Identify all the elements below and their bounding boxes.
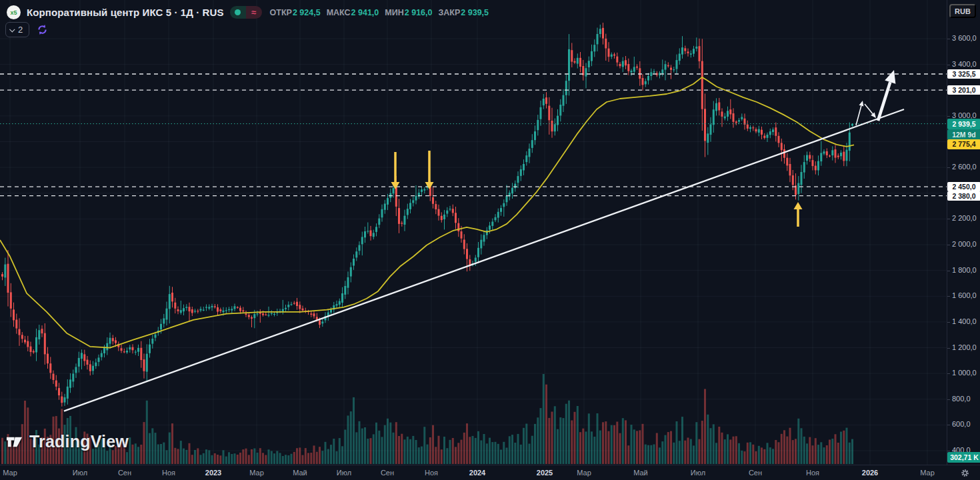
grid: [0, 0, 947, 465]
ohlc-values: ОТКР2 924,5МАКС2 941,0МИН2 916,0ЗАКР2 93…: [270, 8, 489, 17]
time-label-month: Мар: [577, 469, 591, 477]
indicator-count: 2: [18, 25, 23, 35]
ohlc-value: 2 941,0: [351, 8, 379, 17]
price-tick-mark: [947, 219, 950, 219]
horizontal-level-lines[interactable]: [0, 74, 947, 196]
level-price-badge: 2 380,0: [947, 191, 980, 201]
price-tick-label: 1 400,0: [952, 317, 977, 325]
symbol-legend: x5 Корпоративный центр ИКС 5 · 1Д · RUS …: [7, 5, 489, 19]
level-price-badge: 3 201,0: [947, 85, 980, 95]
time-label-month: Мар: [3, 469, 17, 477]
price-tick-mark: [947, 245, 950, 245]
price-tick-label: 1 200,0: [952, 343, 977, 351]
ohlc-value: 2 924,5: [293, 8, 321, 17]
trendline-drawing[interactable]: [64, 109, 904, 411]
price-tick-mark: [947, 271, 950, 271]
ohlc-value: 2 916,0: [405, 8, 433, 17]
price-chart[interactable]: [0, 0, 947, 465]
ohlc-label: ОТКР: [270, 8, 292, 17]
axis-settings-gear-icon[interactable]: [961, 468, 969, 480]
ohlc-value: 2 939,5: [461, 8, 489, 17]
time-label-month: Июл: [691, 469, 705, 477]
time-label-month: Июл: [73, 469, 87, 477]
ohlc-pair: МИН2 916,0: [385, 8, 432, 17]
approx-price-icon: ≈: [246, 6, 262, 19]
price-tick-label: 2 200,0: [952, 214, 977, 222]
market-status-toggle[interactable]: ≈: [230, 6, 262, 19]
ohlc-pair: МАКС2 941,0: [327, 8, 379, 17]
tradingview-logo-icon: [5, 432, 25, 451]
price-tick-label: 1 600,0: [952, 291, 977, 299]
price-tick-mark: [947, 167, 950, 168]
candles: [1, 23, 853, 407]
current-price-badge: 2 939,5: [947, 119, 980, 129]
time-axis[interactable]: МарИюлСенНоя2023МарМайИюлСенНоя20242025М…: [0, 465, 980, 480]
currency-button[interactable]: RUB: [949, 4, 976, 18]
market-open-dot-icon: [230, 6, 246, 19]
time-label-month: Мар: [249, 469, 264, 477]
ohlc-pair: ОТКР2 924,5: [270, 8, 321, 17]
level-price-badge: 2 450,0: [947, 182, 980, 191]
time-label-month: Ноя: [162, 469, 175, 477]
sync-drawings-button[interactable]: [37, 24, 48, 35]
price-tick-mark: [947, 451, 950, 451]
price-tick-label: 2 000,0: [952, 240, 977, 248]
time-label-year: 2025: [537, 469, 553, 477]
symbol-title[interactable]: Корпоративный центр ИКС 5 · 1Д · RUS: [27, 7, 224, 18]
time-label-month: Май: [633, 469, 648, 477]
tradingview-chart-window: x5 Корпоративный центр ИКС 5 · 1Д · RUS …: [0, 0, 980, 480]
price-tick-label: 3 600,0: [952, 34, 977, 42]
price-tick-label: 800,0: [952, 395, 971, 403]
price-tick-mark: [947, 65, 950, 65]
price-tick-label: 1 000,0: [952, 369, 977, 377]
time-label-month: Сен: [381, 469, 394, 477]
price-tick-mark: [947, 373, 950, 374]
price-tick-mark: [947, 116, 950, 117]
time-label-month: Сен: [118, 469, 131, 477]
moving-average-line[interactable]: [0, 77, 854, 348]
symbol-logo-text: x5: [10, 9, 17, 16]
ma-value-badge: 2 775,4: [947, 139, 980, 149]
price-tick-label: 2 600,0: [952, 163, 977, 171]
ohlc-label: ЗАКР: [438, 8, 460, 17]
time-label-month: Ноя: [425, 469, 438, 477]
time-label-year: 2024: [469, 469, 485, 477]
ohlc-label: МАКС: [327, 8, 351, 17]
price-tick-mark: [947, 399, 950, 400]
symbol-logo: x5: [7, 5, 21, 19]
level-price-badge: 3 325,5: [947, 69, 980, 79]
object-tree-button[interactable]: 2: [5, 22, 29, 37]
price-tick-mark: [947, 39, 950, 39]
white-arrow-drawings[interactable]: [856, 70, 895, 125]
price-tick-label: 1 800,0: [952, 266, 977, 274]
price-tick-label: 3 400,0: [952, 60, 977, 68]
ohlc-pair: ЗАКР2 939,5: [438, 8, 489, 17]
time-label-month: Ноя: [806, 469, 819, 477]
price-tick-mark: [947, 322, 950, 323]
price-tick-mark: [947, 348, 950, 349]
tradingview-watermark: TradingView: [5, 432, 129, 451]
time-label-month: Май: [293, 469, 307, 477]
time-label-year: 2026: [862, 469, 878, 477]
bar-close-countdown-badge: 12M 9d: [947, 129, 980, 140]
price-tick-label: 600,0: [952, 420, 971, 428]
time-label-month: Мар: [920, 469, 935, 477]
chevron-down-icon: [9, 27, 15, 32]
ohlc-label: МИН: [385, 8, 403, 17]
legend-toolbar: 2: [5, 22, 48, 37]
time-label-month: Июл: [337, 469, 351, 477]
time-label-month: Сен: [749, 469, 762, 477]
time-label-year: 2023: [205, 469, 221, 477]
price-axis[interactable]: 3 600,03 400,03 000,02 600,02 200,02 000…: [947, 0, 980, 465]
price-tick-mark: [947, 425, 950, 425]
volume-value-badge: 302,71 K: [947, 452, 980, 463]
sync-icon: [37, 24, 48, 35]
tradingview-logo-text: TradingView: [29, 432, 129, 451]
price-tick-mark: [947, 296, 950, 297]
